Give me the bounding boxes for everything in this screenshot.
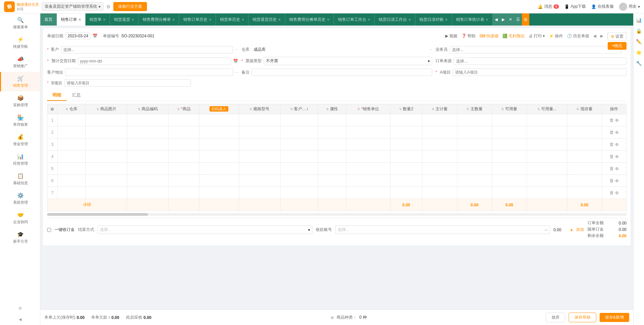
row5-spec[interactable]	[239, 163, 280, 175]
row6-available-qty2[interactable]	[527, 175, 567, 187]
tab-sales-refund[interactable]: 销货退货 ✕	[110, 13, 139, 26]
tab-nav-expand[interactable]: ⊞	[522, 13, 529, 26]
row5-available-qty2[interactable]	[527, 163, 567, 175]
sidebar-item-finance[interactable]: 💰 资金管理	[0, 130, 40, 150]
tab-close-sales-return[interactable]: ✕	[103, 18, 106, 22]
sidebar-collapse[interactable]: ◀	[0, 314, 40, 325]
row2-delete-icon[interactable]: 🗑	[609, 130, 614, 135]
row3-image[interactable]	[86, 138, 127, 151]
calendar-icon[interactable]: 📅	[92, 34, 98, 38]
nav-prev-icon[interactable]: ◀	[593, 34, 596, 38]
tab-close-fee-split[interactable]: ✕	[172, 18, 175, 22]
row5-customer-code[interactable]	[280, 163, 318, 175]
tab-nav-prev[interactable]: ◀	[493, 13, 500, 26]
tab-close-refund-history[interactable]: ✕	[278, 18, 281, 22]
sidebar-item-quick[interactable]: ⚡ 快捷导航	[0, 33, 40, 52]
row6-code[interactable]	[127, 175, 168, 187]
row2-qty2[interactable]	[390, 126, 422, 138]
row1-code[interactable]	[127, 114, 168, 126]
scan-button[interactable]: 扫码录入	[210, 106, 228, 112]
tab-fee-split[interactable]: 销售费用分摊单 ✕	[139, 13, 179, 26]
row3-unit[interactable]	[346, 138, 390, 151]
sidebar-item-newbie[interactable]: 🎓 新手引导	[0, 228, 40, 247]
sidebar-item-system[interactable]: ⚙️ 系统管理	[0, 189, 40, 208]
save-new-button[interactable]: 保存&新增	[600, 313, 629, 322]
tab-sales-order[interactable]: 销售订单 ✕	[57, 13, 85, 26]
tab-sales-return[interactable]: 销货单 ✕	[85, 13, 110, 26]
row3-customer-code[interactable]	[280, 138, 318, 151]
row4-stock-qty[interactable]	[567, 151, 602, 163]
account-more-icon[interactable]: ···	[544, 228, 548, 232]
row6-image[interactable]	[86, 175, 127, 187]
row2-image[interactable]	[86, 126, 127, 138]
row7-main-unit[interactable]	[422, 187, 457, 199]
tab-close-return-history[interactable]: ✕	[241, 18, 244, 22]
bill-date-value[interactable]: 2023-03-24	[65, 33, 90, 39]
quick-payment-checkbox[interactable]	[47, 228, 51, 232]
row7-code[interactable]	[127, 187, 168, 199]
row7-customer-code[interactable]	[280, 187, 318, 199]
row1-main-qty[interactable]	[457, 114, 492, 126]
sidebar-item-operations[interactable]: 📊 经营管理	[0, 150, 40, 169]
tab-fee-history[interactable]: 销售费用分摊单历史 ✕	[285, 13, 334, 26]
settings-button[interactable]: ⚙ 设置	[608, 32, 627, 41]
action-operations[interactable]: ⚡ 操作	[549, 33, 563, 39]
row3-main-unit[interactable]	[422, 138, 457, 151]
row3-attribute[interactable]	[318, 138, 346, 151]
row7-attribute[interactable]	[318, 187, 346, 199]
tab-close-sales-stat[interactable]: ✕	[486, 18, 488, 22]
row1-unit[interactable]	[346, 114, 390, 126]
action-profit[interactable]: 💹 毛利预估	[502, 33, 525, 39]
app-download[interactable]: 📱 App下载	[564, 4, 586, 9]
solution-button[interactable]: 体验行业方案	[113, 2, 147, 11]
customer-more-icon[interactable]: ···	[235, 48, 238, 51]
row6-attribute[interactable]	[318, 175, 346, 187]
sidebar-settings[interactable]: ⚙	[0, 303, 40, 314]
row3-copy-icon[interactable]: ⊕	[615, 142, 619, 147]
row5-attribute[interactable]	[318, 163, 346, 175]
customer-address-input[interactable]	[65, 69, 233, 76]
nav-next-icon[interactable]: ▶	[600, 34, 603, 38]
row4-spec[interactable]	[239, 151, 280, 163]
row4-product[interactable]	[168, 151, 199, 163]
tab-order-workbench[interactable]: 销售订单工作台 ✕	[334, 13, 375, 26]
row5-code[interactable]	[127, 163, 168, 175]
row1-warehouse[interactable]	[58, 114, 86, 126]
row2-code[interactable]	[127, 126, 168, 138]
a-project-input[interactable]	[453, 69, 627, 76]
row4-available-qty[interactable]	[492, 151, 527, 163]
tab-return-history[interactable]: 销货单历史 ✕	[216, 13, 249, 26]
row1-delete-icon[interactable]: 🗑	[609, 118, 614, 123]
sidebar-item-inventory[interactable]: 🏪 库存核算	[0, 111, 40, 130]
system-selector[interactable]: 装备及固定资产辅助管理系统 ▾	[42, 2, 104, 11]
right-panel-star-icon[interactable]: ⭐	[635, 48, 643, 56]
row4-available-qty2[interactable]	[527, 151, 567, 163]
row3-available-qty[interactable]	[492, 138, 527, 151]
sidebar-item-marketing[interactable]: 📣 营销推广	[0, 52, 40, 72]
row1-customer-code[interactable]	[280, 114, 318, 126]
row5-unit[interactable]	[346, 163, 390, 175]
row2-main-unit[interactable]	[422, 126, 457, 138]
row7-spec[interactable]	[239, 187, 280, 199]
row6-main-qty[interactable]	[457, 175, 492, 187]
row1-spec[interactable]	[239, 114, 280, 126]
calendar-icon-delivery[interactable]: 📅	[233, 59, 238, 64]
tab-nav-next[interactable]: ▶	[500, 13, 507, 26]
tab-home[interactable]: 首页	[40, 13, 57, 26]
add-label[interactable]: 添加	[576, 227, 584, 233]
online-service[interactable]: 👤 在线客服	[591, 4, 614, 9]
sidebar-item-basic[interactable]: 📋 基础信息	[0, 169, 40, 189]
row1-qty2[interactable]	[390, 114, 422, 126]
order-source-input[interactable]	[454, 57, 627, 65]
tab-nav-menu[interactable]: ☰	[514, 13, 522, 26]
row6-stock-qty[interactable]	[567, 175, 602, 187]
tab-close-sales-order[interactable]: ✕	[78, 18, 81, 22]
row3-qty2[interactable]	[390, 138, 422, 151]
action-view[interactable]: ▶ 视频	[445, 33, 457, 39]
row1-image[interactable]	[86, 114, 127, 126]
row4-attribute[interactable]	[318, 151, 346, 163]
notice-item[interactable]: 🔔 消息 8	[538, 4, 559, 9]
row2-unit[interactable]	[346, 126, 390, 138]
row5-copy-icon[interactable]: ⊕	[615, 166, 619, 171]
tab-close-order-workbench[interactable]: ✕	[368, 18, 370, 22]
